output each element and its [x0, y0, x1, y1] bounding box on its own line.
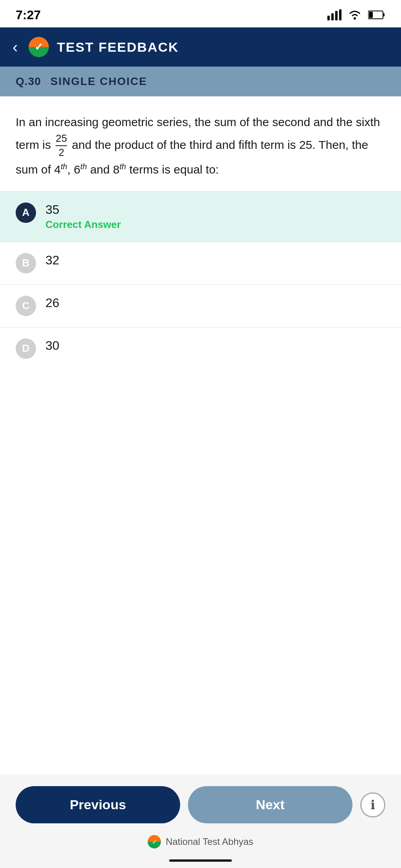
footer: Previous Next ℹ ✓ National Test Abhyas — [0, 774, 401, 868]
option-a-content: 35 Correct Answer — [45, 203, 121, 231]
svg-rect-3 — [339, 9, 341, 20]
status-bar: 7:27 — [0, 0, 401, 27]
status-icons — [327, 9, 385, 20]
option-a-badge: A — [16, 203, 36, 223]
option-d-value: 30 — [45, 338, 60, 353]
question-type: SINGLE CHOICE — [51, 75, 147, 88]
home-indicator — [169, 859, 232, 862]
option-d-content: 30 — [45, 338, 60, 353]
svg-rect-0 — [327, 16, 330, 20]
svg-rect-6 — [383, 13, 385, 16]
header-title: TEST FEEDBACK — [57, 40, 179, 55]
question-text: In an increasing geometric series, the s… — [16, 112, 385, 179]
footer-buttons: Previous Next ℹ — [0, 774, 401, 835]
options-container: A 35 Correct Answer B 32 C 26 D 30 — [0, 191, 401, 370]
svg-rect-2 — [335, 11, 338, 20]
fraction: 25 2 — [56, 132, 67, 159]
option-a[interactable]: A 35 Correct Answer — [0, 191, 401, 242]
option-d-badge: D — [16, 338, 36, 359]
option-c-content: 26 — [45, 296, 60, 310]
footer-brand: ✓ National Test Abhyas — [0, 835, 401, 856]
question-number: Q.30 — [16, 75, 41, 88]
option-c-badge: C — [16, 296, 36, 316]
app-logo: ✓ — [29, 37, 49, 57]
logo-check-icon: ✓ — [34, 41, 43, 53]
svg-rect-1 — [331, 13, 334, 20]
brand-name: National Test Abhyas — [166, 836, 253, 847]
previous-button[interactable]: Previous — [16, 786, 180, 823]
info-icon: ℹ — [370, 797, 375, 812]
option-c-value: 26 — [45, 296, 60, 310]
brand-logo: ✓ — [148, 835, 161, 848]
option-b[interactable]: B 32 — [0, 242, 401, 284]
status-time: 7:27 — [16, 8, 41, 22]
signal-icon — [327, 9, 341, 20]
question-header: Q.30 SINGLE CHOICE — [0, 67, 401, 96]
info-button[interactable]: ℹ — [360, 792, 385, 817]
main-content: Q.30 SINGLE CHOICE In an increasing geom… — [0, 67, 401, 868]
option-c[interactable]: C 26 — [0, 284, 401, 327]
battery-icon — [368, 10, 385, 20]
next-button[interactable]: Next — [188, 786, 352, 823]
option-b-badge: B — [16, 253, 36, 273]
option-b-value: 32 — [45, 253, 60, 268]
question-body: In an increasing geometric series, the s… — [0, 96, 401, 191]
svg-rect-7 — [369, 12, 373, 18]
app-header: ‹ ✓ TEST FEEDBACK — [0, 27, 401, 67]
back-button[interactable]: ‹ — [13, 38, 18, 56]
option-a-value: 35 — [45, 203, 121, 217]
correct-answer-label: Correct Answer — [45, 219, 121, 231]
brand-check-icon: ✓ — [152, 838, 157, 846]
svg-point-4 — [354, 17, 356, 20]
wifi-icon — [348, 9, 362, 20]
option-d[interactable]: D 30 — [0, 327, 401, 370]
option-b-content: 32 — [45, 253, 60, 268]
